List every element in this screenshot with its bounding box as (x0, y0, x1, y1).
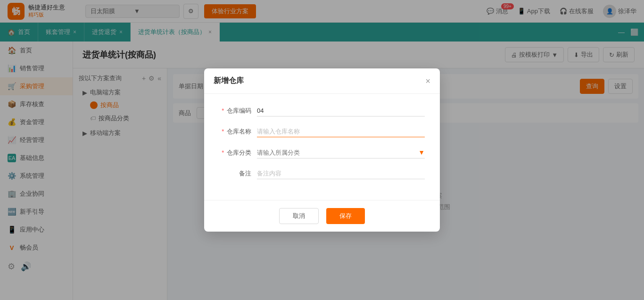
modal-footer: 取消 保存 (204, 200, 440, 232)
form-row-code: * 仓库编码 (219, 105, 425, 117)
category-input[interactable] (257, 149, 418, 156)
form-row-note: 备注 (219, 168, 425, 179)
required-mark-name: * (222, 128, 224, 135)
category-dropdown-icon[interactable]: ▼ (418, 149, 425, 156)
code-label: * 仓库编码 (219, 107, 257, 115)
modal-header: 新增仓库 × (204, 68, 440, 94)
cancel-button[interactable]: 取消 (279, 208, 319, 224)
form-row-category: * 仓库分类 ▼ (219, 147, 425, 158)
category-select-row: ▼ (257, 147, 425, 158)
code-input[interactable] (257, 105, 425, 117)
note-input[interactable] (257, 168, 425, 179)
required-mark-category: * (222, 149, 224, 156)
add-warehouse-modal: 新增仓库 × * 仓库编码 * 仓库名称 (204, 68, 440, 232)
category-label: * 仓库分类 (219, 149, 257, 157)
form-row-name: * 仓库名称 (219, 126, 425, 137)
modal-close-btn[interactable]: × (425, 77, 430, 85)
required-mark-code: * (222, 107, 224, 114)
save-button[interactable]: 保存 (326, 208, 365, 224)
modal-overlay[interactable]: 新增仓库 × * 仓库编码 * 仓库名称 (0, 0, 644, 300)
modal-title: 新增仓库 (214, 76, 244, 86)
modal-body: * 仓库编码 * 仓库名称 * 仓库分类 (204, 94, 440, 200)
note-label: 备注 (219, 169, 257, 178)
name-label: * 仓库名称 (219, 127, 257, 136)
name-input[interactable] (257, 126, 425, 137)
